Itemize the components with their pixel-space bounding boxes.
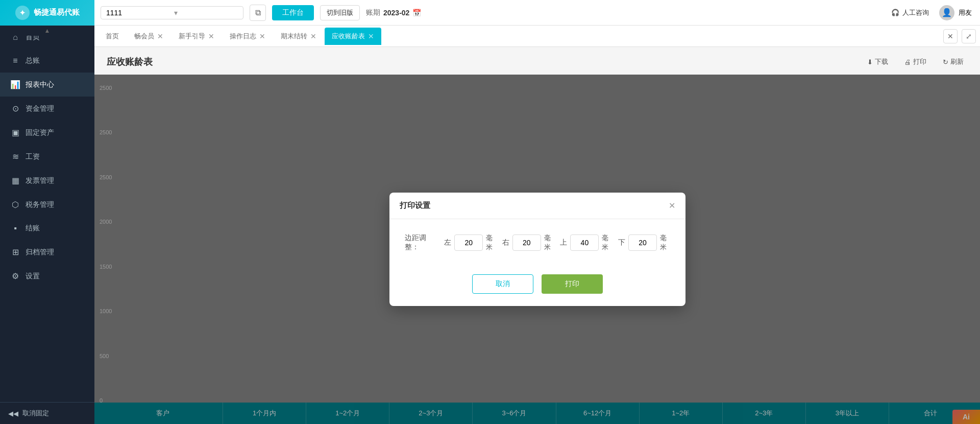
margin-right-group: 右 毫米 (502, 233, 554, 252)
dialog-footer: 取消 打印 (389, 266, 685, 306)
headphone-icon: 🎧 (891, 9, 899, 16)
confirm-print-button[interactable]: 打印 (542, 274, 603, 294)
dialog-close-button[interactable]: ✕ (669, 202, 675, 210)
margin-settings-row: 边距调整： 左 毫米 右 毫米 (405, 233, 670, 252)
tab-member-close[interactable]: ✕ (157, 33, 163, 40)
sidebar: ▲ ⌂ 首页 ≡ 总账 📊 报表中心 ⊙ 资金管理 ▣ 固定资产 (0, 26, 94, 424)
dialog-header: 打印设置 ✕ (389, 193, 685, 219)
sidebar-item-invoice[interactable]: ▦ 发票管理 (0, 169, 94, 193)
page-actions: ⬇ 下载 🖨 打印 ↻ 刷新 (863, 55, 968, 68)
sidebar-label-settlement: 结账 (26, 224, 40, 233)
avatar: 👤 (939, 5, 954, 20)
tab-home[interactable]: 首页 (99, 28, 126, 45)
print-label: 打印 (913, 57, 926, 66)
reports-icon: 📊 (10, 80, 20, 89)
download-button[interactable]: ⬇ 下载 (863, 55, 892, 68)
tab-close-window-button[interactable]: ✕ (943, 29, 958, 43)
consult-button[interactable]: 🎧 人工咨询 (891, 8, 929, 17)
tab-guide-close[interactable]: ✕ (208, 33, 214, 40)
refresh-icon: ↻ (943, 58, 948, 66)
print-button[interactable]: 🖨 打印 (900, 55, 930, 68)
workbench-button[interactable]: 工作台 (272, 5, 314, 20)
funds-icon: ⊙ (10, 104, 20, 113)
print-icon: 🖨 (904, 58, 911, 66)
settlement-icon: ▪ (10, 224, 20, 233)
tab-member[interactable]: 畅会员 ✕ (127, 28, 170, 45)
dialog-body: 边距调整： 左 毫米 右 毫米 (389, 219, 685, 266)
sidebar-item-settings[interactable]: ⚙ 设置 (0, 264, 94, 288)
cancel-button[interactable]: 取消 (472, 274, 533, 294)
tab-period-end-label: 期末结转 (281, 32, 307, 41)
sidebar-item-tax[interactable]: ⬡ 税务管理 (0, 193, 94, 217)
tab-ar-aging-close[interactable]: ✕ (368, 33, 374, 40)
sidebar-label-tax: 税务管理 (26, 200, 54, 209)
sidebar-scroll-up[interactable]: ▲ (0, 26, 94, 36)
left-label: 左 (444, 238, 451, 247)
sidebar-label-settings: 设置 (26, 272, 40, 281)
calendar-icon[interactable]: 📅 (412, 9, 421, 17)
tab-guide[interactable]: 新手引导 ✕ (172, 28, 222, 45)
chart-area: 2500 2500 2500 2000 1500 1000 500 0 (94, 75, 980, 424)
tab-period-end-close[interactable]: ✕ (310, 33, 316, 40)
collapse-label: 取消固定 (22, 409, 49, 418)
margin-label: 边距调整： (405, 233, 438, 252)
sidebar-label-invoice: 发票管理 (26, 176, 54, 185)
tab-oplog[interactable]: 操作日志 ✕ (223, 28, 273, 45)
company-selector[interactable]: 1111 ▾ (101, 6, 243, 19)
sidebar-item-reports[interactable]: 📊 报表中心 (0, 73, 94, 97)
page-title: 应收账龄表 (107, 56, 153, 68)
user-area[interactable]: 👤 用友 (939, 5, 972, 20)
right-unit: 毫米 (544, 233, 554, 252)
page-header: 应收账龄表 ⬇ 下载 🖨 打印 ↻ 刷新 (94, 47, 980, 75)
right-margin-input[interactable] (512, 234, 541, 251)
tab-member-label: 畅会员 (134, 32, 154, 41)
sidebar-item-salary[interactable]: ≋ 工资 (0, 145, 94, 169)
tab-period-end[interactable]: 期末结转 ✕ (274, 28, 324, 45)
tab-home-label: 首页 (106, 32, 119, 41)
header: ✦ 畅捷通易代账 1111 ▾ ⧉ 工作台 切到旧版 账期 2023-02 📅 … (0, 0, 980, 26)
bottom-label: 下 (618, 238, 625, 247)
left-margin-input[interactable] (454, 234, 483, 251)
sidebar-collapse[interactable]: ◀◀ 取消固定 (0, 402, 94, 424)
tab-oplog-close[interactable]: ✕ (259, 33, 265, 40)
sidebar-item-archive[interactable]: ⊞ 归档管理 (0, 240, 94, 264)
sidebar-item-ledger[interactable]: ≡ 总账 (0, 49, 94, 73)
tab-ar-aging[interactable]: 应收账龄表 ✕ (325, 28, 381, 45)
salary-icon: ≋ (10, 152, 20, 161)
logo-icon: ✦ (15, 6, 30, 20)
download-icon: ⬇ (867, 58, 873, 66)
refresh-button[interactable]: ↻ 刷新 (939, 55, 968, 68)
sidebar-label-assets: 固定资产 (26, 128, 54, 137)
period-value: 2023-02 (383, 9, 409, 17)
period-area: 账期 2023-02 📅 (366, 8, 421, 17)
tab-oplog-label: 操作日志 (230, 32, 256, 41)
switch-old-button[interactable]: 切到旧版 (320, 5, 360, 20)
margin-left-group: 左 毫米 (444, 233, 496, 252)
bottom-margin-input[interactable] (628, 234, 657, 251)
top-unit: 毫米 (602, 233, 612, 252)
ledger-icon: ≡ (10, 56, 20, 65)
sidebar-label-ledger: 总账 (26, 56, 40, 65)
sidebar-item-assets[interactable]: ▣ 固定资产 (0, 121, 94, 145)
print-settings-dialog: 打印设置 ✕ 边距调整： 左 毫米 右 (389, 193, 685, 306)
tab-expand-button[interactable]: ⤢ (962, 29, 976, 43)
period-label: 账期 (366, 8, 380, 17)
company-name: 1111 (106, 9, 170, 17)
top-margin-input[interactable] (570, 234, 599, 251)
tab-ar-aging-label: 应收账龄表 (332, 32, 365, 41)
logo-area: ✦ 畅捷通易代账 (0, 0, 94, 26)
left-unit: 毫米 (486, 233, 496, 252)
top-label: 上 (560, 238, 567, 247)
sidebar-label-archive: 归档管理 (26, 248, 54, 257)
margin-top-group: 上 毫米 (560, 233, 612, 252)
sidebar-item-settlement[interactable]: ▪ 结账 (0, 217, 94, 240)
copy-button[interactable]: ⧉ (250, 5, 266, 21)
bottom-unit: 毫米 (660, 233, 670, 252)
user-name: 用友 (959, 8, 972, 17)
settings-icon: ⚙ (10, 271, 20, 281)
sidebar-item-funds[interactable]: ⊙ 资金管理 (0, 97, 94, 121)
main-layout: ▲ ⌂ 首页 ≡ 总账 📊 报表中心 ⊙ 资金管理 ▣ 固定资产 (0, 26, 980, 424)
content-area: 首页 畅会员 ✕ 新手引导 ✕ 操作日志 ✕ 期末结转 ✕ 应收账龄表 ✕ (94, 26, 980, 424)
right-label: 右 (502, 238, 509, 247)
dialog-title: 打印设置 (400, 201, 430, 210)
